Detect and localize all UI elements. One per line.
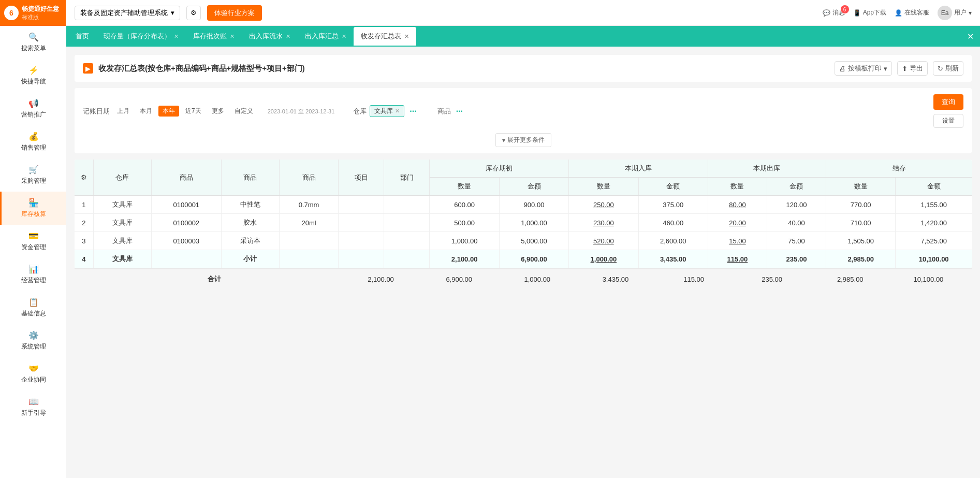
user-menu[interactable]: Ea 用户 ▾: [938, 6, 972, 20]
footer-open-amt: 6,900.00: [424, 276, 494, 283]
print-button[interactable]: 🖨 按模板打印 ▾: [835, 61, 892, 76]
th-opening-group: 库存期初: [430, 160, 569, 178]
tab-close-batch[interactable]: ✕: [230, 33, 235, 40]
warehouse-tag-close[interactable]: ✕: [395, 108, 400, 114]
sidebar-item-finance[interactable]: 💳 资金管理: [0, 225, 66, 258]
goods-more-button[interactable]: ···: [454, 107, 465, 116]
search-icon: 🔍: [28, 32, 39, 42]
date-filter: 记账日期 上月 本月 本年 近7天 更多 自定义: [83, 106, 257, 117]
system-icon: ⚙️: [28, 330, 39, 340]
tab-stock-dist[interactable]: 现存量（库存分布表） ✕: [96, 27, 186, 46]
row-goods-name: 中性笔: [221, 196, 280, 214]
th-out-group: 本期出库: [708, 160, 826, 178]
refresh-button[interactable]: ↻ 刷新: [933, 61, 963, 76]
data-table: ⚙ 仓库 商品 商品 商品 项目 部门 库存期初 本期入库 本期出库 结存 数量: [75, 160, 972, 268]
tab-close-inout-summary[interactable]: ✕: [342, 33, 346, 40]
th-in-amt: 金额: [638, 178, 708, 196]
row-close-qty: 2,985.00: [826, 250, 896, 268]
close-all-tabs-button[interactable]: ✕: [963, 30, 978, 44]
sidebar-item-search[interactable]: 🔍 搜索菜单: [0, 26, 66, 59]
service-icon: 👤: [895, 9, 902, 17]
try-button[interactable]: 体验行业方案: [207, 5, 262, 21]
row-out-qty[interactable]: 115.00: [708, 250, 767, 268]
row-goods-spec: 0.7mm: [280, 196, 339, 214]
date-range: 2023-01-01 至 2023-12-31: [268, 108, 335, 115]
system-select[interactable]: 装备及固定资产辅助管理系统 ▾: [75, 6, 180, 20]
sidebar-item-purchase[interactable]: 🛒 采购管理: [0, 158, 66, 192]
shortcut-this-year[interactable]: 本年: [158, 106, 179, 117]
warehouse-filter: 仓库 文具库 ✕ ···: [353, 105, 418, 117]
shortcut-prev-month[interactable]: 上月: [113, 106, 134, 117]
sidebar-item-quicknav[interactable]: ⚡ 快捷导航: [0, 59, 66, 92]
filter-bar: 记账日期 上月 本月 本年 近7天 更多 自定义 2023-01-01 至 20…: [75, 88, 972, 153]
table-row: 3文具库0100003采访本1,000.005,000.00520.002,60…: [75, 232, 972, 250]
row-in-qty[interactable]: 230.00: [569, 214, 638, 232]
row-warehouse: 文具库: [93, 232, 152, 250]
shortcut-7days[interactable]: 近7天: [181, 106, 206, 117]
tab-close-inout-flow[interactable]: ✕: [286, 33, 290, 40]
set-button[interactable]: 设置: [933, 114, 963, 128]
tab-inout-summary[interactable]: 出入库汇总 ✕: [298, 27, 354, 46]
tab-close-stock-dist[interactable]: ✕: [174, 33, 179, 40]
collapse-button[interactable]: ▶: [83, 63, 93, 74]
header-actions: 💬 消息 6 📱 App下载 👤 在线客服 Ea 用户 ▾: [823, 6, 972, 20]
th-open-amt: 金额: [499, 178, 568, 196]
row-goods-code: 0100002: [152, 214, 221, 232]
row-in-qty[interactable]: 520.00: [569, 232, 638, 250]
row-in-amt: 3,435.00: [638, 250, 708, 268]
row-in-amt: 460.00: [638, 214, 708, 232]
message-button[interactable]: 💬 消息 6: [823, 8, 845, 17]
refresh-icon: ↻: [938, 65, 943, 73]
footer-bar: 合计 2,100.00 6,900.00 1,000.00 3,435.00 1…: [75, 268, 972, 289]
sidebar: 6 畅捷通好生意 标准版 🔍 搜索菜单 ⚡ 快捷导航 📢 营销推广 💰 销售管理…: [0, 0, 66, 478]
shortcut-custom[interactable]: 自定义: [230, 106, 257, 117]
warehouse-more-button[interactable]: ···: [407, 107, 418, 116]
th-project: 项目: [339, 160, 384, 196]
tab-inout-flow[interactable]: 出入库流水 ✕: [242, 27, 298, 46]
avatar: Ea: [938, 6, 952, 20]
message-icon: 💬: [823, 9, 830, 17]
row-in-qty[interactable]: 1,000.00: [569, 250, 638, 268]
footer-label: 合计: [194, 274, 235, 284]
tab-recv-send[interactable]: 收发存汇总表 ✕: [354, 27, 416, 46]
sidebar-item-inventory[interactable]: 🏪 库存核算: [0, 192, 66, 225]
row-out-qty[interactable]: 80.00: [708, 196, 767, 214]
sidebar-item-system[interactable]: ⚙️ 系统管理: [0, 324, 66, 357]
sidebar-item-marketing[interactable]: 📢 营销推广: [0, 92, 66, 125]
row-close-amt: 1,420.00: [896, 214, 972, 232]
th-dept: 部门: [384, 160, 430, 196]
online-service-button[interactable]: 👤 在线客服: [895, 8, 929, 17]
sidebar-item-guide[interactable]: 📖 新手引导: [0, 390, 66, 424]
sidebar-item-basic[interactable]: 📋 基础信息: [0, 291, 66, 324]
sales-icon: 💰: [28, 132, 39, 141]
tab-batch[interactable]: 库存批次账 ✕: [186, 27, 242, 46]
expand-more-button[interactable]: ▾ 展开更多条件: [495, 133, 551, 147]
app-download-button[interactable]: 📱 App下载: [853, 8, 886, 17]
settings-button[interactable]: ⚙: [186, 6, 201, 20]
row-in-qty[interactable]: 250.00: [569, 196, 638, 214]
th-closing-group: 结存: [826, 160, 972, 178]
tab-home[interactable]: 首页: [68, 27, 96, 46]
row-goods-spec: [280, 250, 339, 268]
shortcut-this-month[interactable]: 本月: [136, 106, 156, 117]
row-dept: [384, 214, 430, 232]
printer-icon: 🖨: [839, 65, 846, 73]
sidebar-item-sales[interactable]: 💰 销售管理: [0, 125, 66, 158]
export-button[interactable]: ⬆ 导出: [897, 61, 928, 76]
th-close-amt: 金额: [896, 178, 972, 196]
row-goods-name: 胶水: [221, 214, 280, 232]
gear-icon: ⚙: [191, 9, 197, 17]
query-button[interactable]: 查询: [933, 94, 963, 110]
table-row: 1文具库0100001中性笔0.7mm600.00900.00250.00375…: [75, 196, 972, 214]
th-settings[interactable]: ⚙: [75, 160, 93, 196]
row-open-qty: 1,000.00: [430, 232, 499, 250]
row-out-qty[interactable]: 15.00: [708, 232, 767, 250]
shortcut-more[interactable]: 更多: [208, 106, 228, 117]
main-content: 装备及固定资产辅助管理系统 ▾ ⚙ 体验行业方案 💬 消息 6 📱 App下载 …: [66, 0, 980, 478]
row-out-qty[interactable]: 20.00: [708, 214, 767, 232]
expand-icon: ▾: [502, 137, 505, 144]
sidebar-item-operation[interactable]: 📊 经营管理: [0, 258, 66, 291]
row-goods-code: 0100001: [152, 196, 221, 214]
tab-close-recv-send[interactable]: ✕: [404, 33, 409, 40]
sidebar-item-collab[interactable]: 🤝 企业协同: [0, 357, 66, 390]
